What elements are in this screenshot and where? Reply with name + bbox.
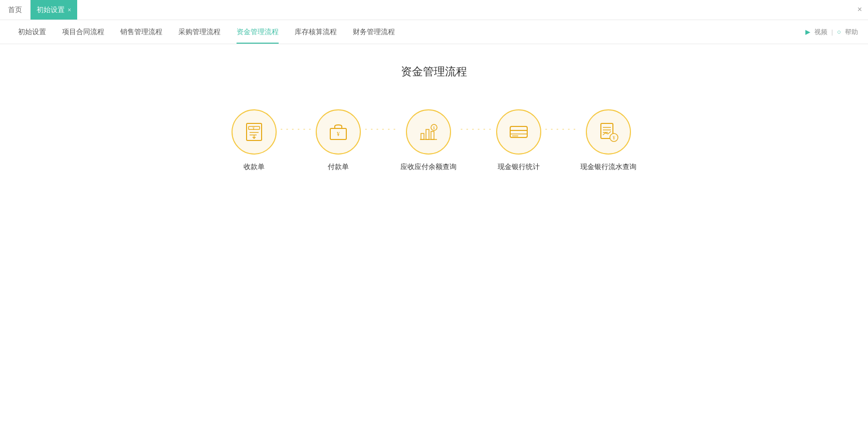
nav-bar: 初始设置 项目合同流程 销售管理流程 采购管理流程 资金管理流程 库存核算流程 … [0, 20, 868, 44]
flow-label-payment: 付款单 [328, 163, 349, 172]
flow-circle-statement: ¥ [586, 109, 631, 155]
nav-item-sales-management[interactable]: 销售管理流程 [112, 20, 170, 44]
flow-label-bank-stats: 现金银行统计 [498, 163, 540, 172]
flow-arrow-1: - - - - - - [281, 125, 312, 132]
nav-item-initial-setup[interactable]: 初始设置 [10, 20, 54, 44]
svg-rect-8 [426, 129, 429, 139]
main-content: 资金管理流程 ¥ 收款单 - - - - - - [0, 44, 868, 192]
help-label[interactable]: 帮助 [845, 28, 858, 37]
flow-circle-bank-stats [496, 109, 541, 155]
statement-icon: ¥ [597, 120, 620, 143]
nav-item-financial-management[interactable]: 财务管理流程 [345, 20, 403, 44]
nav-item-inventory-accounting[interactable]: 库存核算流程 [287, 20, 345, 44]
nav-item-project-contract[interactable]: 项目合同流程 [54, 20, 112, 44]
flow-circle-balance: ¥ [406, 109, 451, 155]
flow-circle-receipt: ¥ [232, 109, 277, 155]
flow-circle-payment: ¥ [316, 109, 361, 155]
svg-text:¥: ¥ [613, 135, 615, 140]
nav-item-fund-management[interactable]: 资金管理流程 [229, 20, 287, 44]
active-tab-label: 初始设置 [37, 6, 65, 15]
page-title: 资金管理流程 [401, 64, 467, 79]
play-icon: ▶ [805, 28, 810, 36]
circle-icon: ○ [837, 28, 841, 36]
flow-row: ¥ 收款单 - - - - - - ¥ 付款单 [232, 109, 637, 172]
video-label[interactable]: 视频 [814, 28, 827, 37]
flow-arrow-3: - - - - - - [461, 125, 492, 132]
flow-label-receipt: 收款单 [244, 163, 265, 172]
flow-item-balance[interactable]: ¥ 应收应付余额查询 [400, 109, 457, 172]
home-tab[interactable]: 首页 [0, 0, 31, 20]
balance-icon: ¥ [417, 120, 440, 143]
flow-arrow-4: - - - - - - [545, 125, 577, 132]
top-bar: 首页 初始设置 × [0, 0, 868, 20]
receipt-icon: ¥ [243, 120, 266, 143]
window-close-button[interactable]: × [857, 5, 862, 14]
active-tab[interactable]: 初始设置 × [31, 0, 77, 20]
close-tab-icon[interactable]: × [68, 7, 71, 14]
nav-bar-right: ▶ 视频 | ○ 帮助 [805, 28, 858, 37]
flow-item-bank-stats[interactable]: 现金银行统计 [496, 109, 541, 172]
svg-text:¥: ¥ [433, 126, 435, 130]
nav-divider: | [831, 28, 833, 36]
flow-arrow-2: - - - - - - [365, 125, 396, 132]
svg-rect-9 [431, 131, 434, 139]
svg-text:¥: ¥ [337, 130, 340, 137]
bank-icon [507, 120, 530, 143]
svg-text:¥: ¥ [253, 126, 255, 131]
svg-rect-7 [421, 133, 424, 139]
flow-item-payment[interactable]: ¥ 付款单 [316, 109, 361, 172]
flow-label-balance: 应收应付余额查询 [400, 163, 457, 172]
nav-item-purchase-management[interactable]: 采购管理流程 [170, 20, 229, 44]
flow-label-statement: 现金银行流水查询 [580, 163, 636, 172]
payment-icon: ¥ [327, 120, 350, 143]
flow-item-statement[interactable]: ¥ 现金银行流水查询 [580, 109, 636, 172]
flow-item-receipt[interactable]: ¥ 收款单 [232, 109, 277, 172]
